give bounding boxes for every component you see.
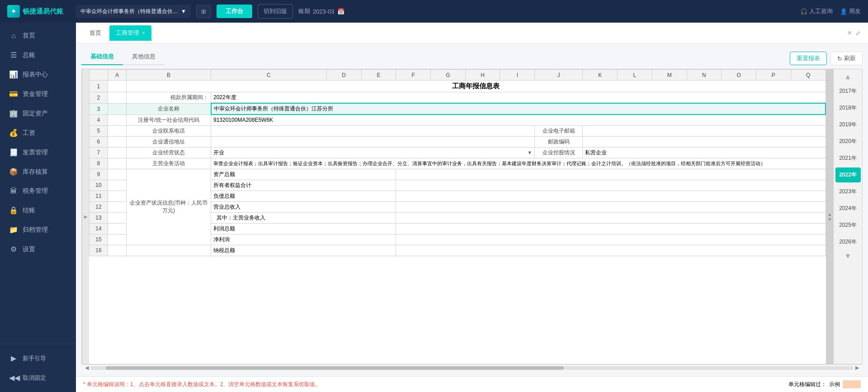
cell-9e[interactable] [396,169,826,180]
cell-7j[interactable]: 企业控股情况 [535,147,583,158]
year-2022[interactable]: 2022年 [835,167,861,182]
cell-9a[interactable] [108,169,126,180]
year-2026[interactable]: 2026年 [835,234,861,249]
cell-2b[interactable]: 税款所属期间： [126,92,211,104]
company-selector[interactable]: 中审众环会计师事务所（特殊普通合伙… ▼ [76,5,191,18]
cell-11c[interactable]: 负债总额 [211,191,396,201]
scroll-right-btn[interactable]: ▶ [854,365,861,371]
sidebar-item-report[interactable]: 📊 报表中心 [0,65,76,84]
cell-14c[interactable]: 利润总额 [211,223,396,234]
cell-5j[interactable]: 企业电子邮箱 [535,125,583,136]
cell-13a[interactable] [108,212,126,223]
cell-16b[interactable] [126,245,211,256]
cell-16a[interactable] [108,245,126,256]
tab-industry[interactable]: 工商管理 × [109,25,151,41]
company-icon-btn[interactable]: ⊞ [196,5,211,18]
cell-2a[interactable] [108,92,126,104]
year-2019[interactable]: 2019年 [835,117,861,132]
cell-12a[interactable] [108,201,126,212]
cell-11e[interactable] [396,191,826,201]
cell-7a[interactable] [108,147,126,158]
sidebar-item-ledger[interactable]: ☰ 总账 [0,45,76,65]
cell-16c[interactable]: 纳税总额 [211,245,396,256]
window-close-icon[interactable]: × [848,29,852,37]
year-2024[interactable]: 2024年 [835,201,861,216]
cell-9b[interactable]: 企业资产状况信息(币种：人民币万元) [126,169,211,245]
cell-1a[interactable] [108,81,126,92]
cell-15a[interactable] [108,234,126,245]
sidebar-item-inventory[interactable]: 📦 库存核算 [0,162,76,182]
reset-btn[interactable]: 重置报表 [790,52,827,65]
workbench-button[interactable]: 工作台 [217,5,252,18]
tab-home[interactable]: 首页 [83,25,108,41]
cell-15e[interactable] [396,234,826,245]
cell-15c[interactable]: 净利润 [211,234,396,245]
cell-7k[interactable]: 私营企业 [583,147,826,158]
sidebar-item-settings[interactable]: ⚙ 设置 [0,239,76,259]
cell-8b[interactable]: 主营业务活动 [126,158,211,169]
sidebar-item-newbie[interactable]: ▶ 新手引导 [0,349,76,368]
sidebar-item-tax[interactable]: 🏛 税务管理 [0,182,76,201]
cell-8c[interactable]: 审查企业会计报表；出具审计报告；验证企业资本；出具验资报告；办理企业合开、分立、… [211,158,826,169]
panel-toggle-left[interactable]: ▶ [82,69,89,364]
cell-7b[interactable]: 企业经营状态 [126,147,211,158]
year-2018[interactable]: 2018年 [835,100,861,115]
year-2017[interactable]: 2017年 [835,84,861,99]
cell-title[interactable]: 工商年报信息表 [126,81,826,92]
cell-2c[interactable]: 2022年度 [211,92,826,104]
cell-12e[interactable] [396,201,826,212]
cell-4a[interactable] [108,115,126,125]
sidebar-item-finance[interactable]: 💳 资金管理 [0,84,76,104]
cell-3a[interactable] [108,103,126,115]
panel-toggle-right[interactable]: ▲▼ [826,69,833,364]
sheet-main[interactable]: A B C D E F G H I J K L [89,69,826,364]
cell-14e[interactable] [396,223,826,234]
sub-tab-other[interactable]: 其他信息 [123,49,165,65]
window-expand-icon[interactable]: ⤢ [855,29,861,37]
year-scroll-up[interactable]: ▲ [843,71,854,83]
h-scroll-thumb[interactable] [106,366,564,370]
sidebar-item-assets[interactable]: 🏢 固定资产 [0,104,76,123]
cell-14a[interactable] [108,223,126,234]
tab-close-icon[interactable]: × [142,30,145,36]
sidebar-item-home[interactable]: ⌂ 首页 [0,26,76,45]
cell-13e[interactable] [396,212,826,223]
h-scroll-track[interactable] [90,366,854,370]
year-2023[interactable]: 2023年 [835,184,861,199]
dropdown-arrow[interactable]: ▼ [527,150,532,155]
sidebar-item-unpin[interactable]: ◀◀ 取消固定 [0,368,76,387]
cell-5k[interactable] [583,125,826,136]
sidebar-item-invoice[interactable]: 🧾 发票管理 [0,143,76,162]
cell-6a[interactable] [108,136,126,147]
sidebar-item-archive[interactable]: 📁 归档管理 [0,220,76,239]
h-scroll-bar[interactable]: ◀ ▶ [81,364,863,371]
calendar-icon[interactable]: 📅 [337,8,344,15]
user-button[interactable]: 👤 用友 [840,7,861,15]
cell-9c[interactable]: 资产总额 [211,169,396,180]
year-scroll-down[interactable]: ▼ [843,250,854,262]
sub-tab-basic[interactable]: 基础信息 [81,49,123,65]
sidebar-item-salary[interactable]: 💰 工资 [0,123,76,143]
old-version-button[interactable]: 切到旧版 [258,4,293,19]
cell-4b[interactable]: 注册号/统一社会信用代码 [126,115,211,125]
cell-3b[interactable]: 企业名称 [126,103,211,115]
year-2020[interactable]: 2020年 [835,134,861,149]
year-2021[interactable]: 2021年 [835,151,861,166]
cell-6j[interactable]: 邮政编码 [535,136,583,147]
support-button[interactable]: 🎧 人工咨询 [800,7,833,15]
cell-5a[interactable] [108,125,126,136]
cell-3c[interactable]: 中审众环会计师事务所（特殊普通合伙）江苏分所 [211,103,826,115]
sidebar-item-close[interactable]: 🔒 结账 [0,201,76,220]
scroll-left-btn[interactable]: ◀ [83,365,90,371]
refresh-btn[interactable]: ↻ 刷新 [830,52,863,65]
cell-10c[interactable]: 所有者权益合计 [211,180,396,191]
cell-6k[interactable] [583,136,826,147]
cell-4c[interactable]: 91320100MA208E5W6K [211,115,826,125]
cell-12c[interactable]: 营业总收入 [211,201,396,212]
cell-10e[interactable] [396,180,826,191]
cell-5c[interactable] [211,125,535,136]
year-2025[interactable]: 2025年 [835,218,861,233]
cell-5b[interactable]: 企业联系电话 [126,125,211,136]
cell-6c[interactable] [211,136,535,147]
cell-16e[interactable] [396,245,826,256]
